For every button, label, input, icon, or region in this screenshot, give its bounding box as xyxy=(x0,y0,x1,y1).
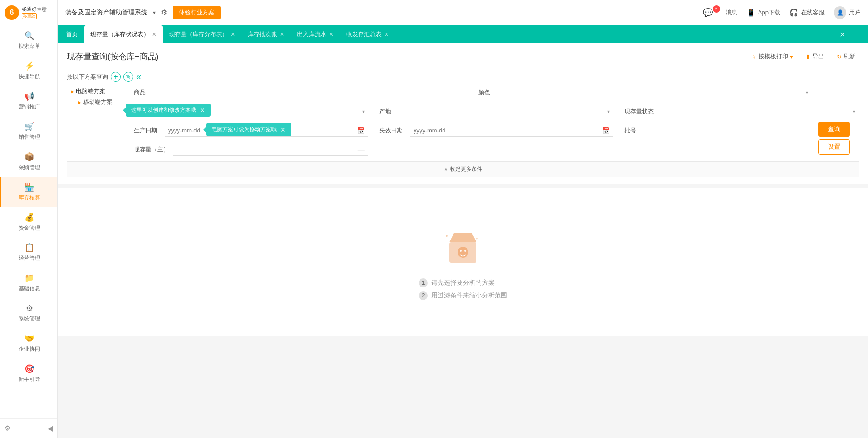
tab-stock-dist[interactable]: 现存量（库存分布表） ✕ xyxy=(163,25,241,43)
template-print-btn[interactable]: 🖨 按模板打印 ▾ xyxy=(747,51,797,62)
user-item[interactable]: 👤 用户 xyxy=(834,6,861,19)
logo-icon: 6 xyxy=(5,5,19,20)
page-content: 现存量查询(按仓库+商品) 🖨 按模板打印 ▾ ⬆ 导出 ↻ 刷新 xyxy=(58,43,868,438)
sidebar-item-guide[interactable]: 🎯 新手引导 xyxy=(0,358,57,389)
reset-btn[interactable]: 设置 xyxy=(818,139,850,155)
stock-main-label: 现存量（主） xyxy=(134,146,169,154)
add-scheme-btn[interactable]: + xyxy=(111,72,121,82)
industry-btn[interactable]: 体验行业方案 xyxy=(173,6,221,19)
color-chevron: ▾ xyxy=(806,89,808,96)
sidebar-item-operation[interactable]: 📋 经营管理 xyxy=(0,237,57,268)
sidebar-item-system[interactable]: ⚙ 系统管理 xyxy=(0,298,57,328)
logo-badge: 标准版 xyxy=(22,13,37,19)
sidebar-label-sales: 销售管理 xyxy=(19,133,40,141)
tip-num-1: 1 xyxy=(419,278,428,287)
stock-main-min-input[interactable] xyxy=(176,146,356,153)
query-actions: 查询 设置 xyxy=(818,122,850,155)
sidebar-item-marketing[interactable]: 📢 营销推广 xyxy=(0,86,57,116)
export-btn[interactable]: ⬆ 导出 xyxy=(802,51,828,62)
tab-home[interactable]: 首页 xyxy=(60,25,84,43)
header-left: 装备及固定资产辅助管理系统 ▾ ⚙ 体验行业方案 xyxy=(65,6,221,19)
production-date-label: 生产日期 xyxy=(134,127,161,135)
tab-fullscreen-btn[interactable]: ⛶ xyxy=(852,28,864,41)
refresh-btn[interactable]: ↻ 刷新 xyxy=(833,51,859,62)
tab-close-all-btn[interactable]: ✕ xyxy=(837,28,848,41)
mobile-scheme-toggle[interactable]: ▶ 移动端方案 xyxy=(71,96,130,107)
collapse-bar[interactable]: ∧ 收起更多条件 xyxy=(67,161,859,177)
stock-main-field: 现存量（主） — xyxy=(134,142,368,157)
size-chevron: ▾ xyxy=(362,108,365,115)
user-name-label: 用户 xyxy=(849,9,861,17)
stock-status-select[interactable]: ▾ xyxy=(657,107,859,117)
sidebar-nav: 🔍 搜索菜单 ⚡ 快捷导航 📢 营销推广 🛒 销售管理 📦 采购管理 🏪 库存核… xyxy=(0,25,57,418)
pc-tooltip-close[interactable]: ✕ xyxy=(280,126,286,133)
sidebar-item-enterprise[interactable]: 🤝 企业协同 xyxy=(0,328,57,358)
tab-flow[interactable]: 出入库流水 ✕ xyxy=(291,25,340,43)
headset-icon: 🎧 xyxy=(789,8,798,17)
stock-status-chevron: ▾ xyxy=(853,108,855,115)
empty-tip-1: 1 请先选择要分析的方案 xyxy=(419,278,507,287)
origin-select[interactable]: ▾ xyxy=(410,107,614,117)
collapse-sidebar-icon[interactable]: ◀ xyxy=(47,424,53,433)
product-select[interactable]: ... xyxy=(165,87,467,98)
settings-icon[interactable]: ⚙ xyxy=(161,8,167,17)
pc-scheme-arrow: ▶ xyxy=(71,89,74,94)
tabs-bar: 首页 现存量（库存状况表） ✕ 现存量（库存分布表） ✕ 库存批次账 ✕ 出入库… xyxy=(58,25,868,43)
sidebar-item-quick-nav[interactable]: ⚡ 快捷导航 xyxy=(0,56,57,86)
quick-nav-icon: ⚡ xyxy=(24,61,34,71)
sidebar-item-basic[interactable]: 📁 基础信息 xyxy=(0,268,57,298)
expiry-date-label: 失效日期 xyxy=(379,127,406,135)
user-avatar: 👤 xyxy=(834,6,846,19)
sidebar-label-basic: 基础信息 xyxy=(19,285,40,292)
tab-home-label: 首页 xyxy=(66,30,78,38)
expiry-date-input-area[interactable]: 📅 xyxy=(410,125,614,137)
sidebar-item-purchase[interactable]: 📦 采购管理 xyxy=(0,146,57,177)
operation-icon: 📋 xyxy=(24,243,34,253)
message-item[interactable]: 💬 6 消息 xyxy=(703,8,737,18)
color-field: 颜色 ... ▾ xyxy=(478,85,812,100)
tab-flow-close[interactable]: ✕ xyxy=(329,32,334,37)
tab-summary-label: 收发存汇总表 xyxy=(346,30,382,38)
expiry-date-input[interactable] xyxy=(414,127,603,134)
settings-bottom-icon[interactable]: ⚙ xyxy=(5,424,11,433)
finance-icon: 💰 xyxy=(24,212,34,222)
message-badge: 6 xyxy=(713,5,720,13)
tab-stock-dist-label: 现存量（库存分布表） xyxy=(169,30,228,38)
print-dropdown-icon: ▾ xyxy=(790,53,793,60)
svg-text:✦: ✦ xyxy=(476,237,479,241)
expiry-date-calendar-icon[interactable]: 📅 xyxy=(602,127,610,134)
tab-batch[interactable]: 库存批次账 ✕ xyxy=(241,25,291,43)
app-download-item[interactable]: 📱 App下载 xyxy=(746,8,780,17)
production-date-calendar-icon[interactable]: 📅 xyxy=(357,127,365,134)
sidebar-item-sales[interactable]: 🛒 销售管理 xyxy=(0,116,57,146)
tab-summary-close[interactable]: ✕ xyxy=(384,32,389,37)
scheme-arrow-btn[interactable]: « xyxy=(136,71,141,82)
pc-tooltip-text: 电脑方案可设为移动方案哦 xyxy=(212,126,277,133)
online-support-item[interactable]: 🎧 在线客服 xyxy=(789,8,825,17)
tab-stock-status-close[interactable]: ✕ xyxy=(152,32,156,37)
mobile-scheme-label: 移动端方案 xyxy=(83,98,113,106)
system-dropdown-icon[interactable]: ▾ xyxy=(153,9,156,16)
create-tooltip-close[interactable]: ✕ xyxy=(200,107,205,114)
tab-summary[interactable]: 收发存汇总表 ✕ xyxy=(340,25,395,43)
sidebar-item-search[interactable]: 🔍 搜索菜单 xyxy=(0,25,57,56)
stock-status-field: 现存量状态 ▾ xyxy=(624,104,859,119)
tab-stock-status[interactable]: 现存量（库存状况表） ✕ xyxy=(84,25,163,43)
sidebar-label-system: 系统管理 xyxy=(19,315,40,323)
sidebar-item-inventory[interactable]: 🏪 库存核算 xyxy=(0,177,57,207)
tab-stock-dist-close[interactable]: ✕ xyxy=(231,32,235,37)
tab-flow-label: 出入库流水 xyxy=(297,30,326,38)
search-btn[interactable]: 查询 xyxy=(818,122,850,137)
sidebar-item-finance[interactable]: 💰 资金管理 xyxy=(0,207,57,237)
color-select[interactable]: ... ▾ xyxy=(509,87,812,98)
svg-marker-1 xyxy=(449,233,476,242)
color-dots: ... xyxy=(513,89,518,96)
tab-batch-close[interactable]: ✕ xyxy=(280,32,284,37)
svg-point-3 xyxy=(460,250,462,252)
sidebar-label-purchase: 采购管理 xyxy=(19,164,40,171)
stock-main-range: — xyxy=(173,144,368,156)
edit-scheme-btn[interactable]: ✎ xyxy=(123,72,133,82)
logo-text: 畅通好生意 标准版 xyxy=(22,6,47,19)
pc-scheme-toggle[interactable]: ▶ 电脑端方案 xyxy=(71,86,130,96)
pc-scheme-tooltip: 电脑方案可设为移动方案哦 ✕ xyxy=(206,123,291,136)
